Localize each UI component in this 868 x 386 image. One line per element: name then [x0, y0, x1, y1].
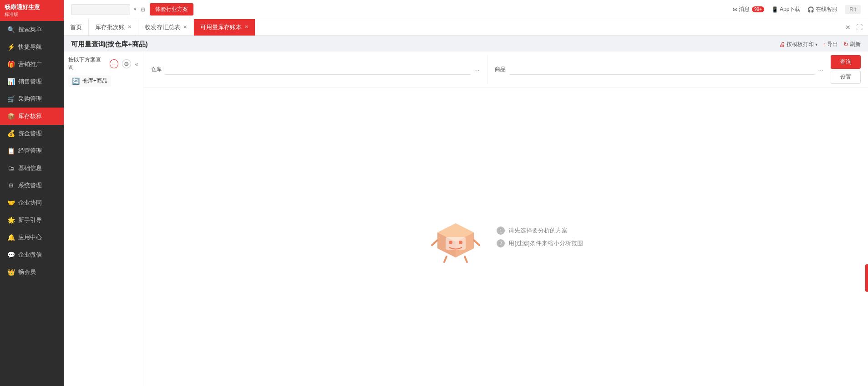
sidebar-scroll: 🔍 搜索菜单 ⚡ 快捷导航 🎁 营销推广 📊 销售管理 🛒 采购管理 📦 库存核…	[0, 21, 64, 386]
sidebar-item-apps[interactable]: 🔔 应用中心	[0, 229, 64, 246]
topbar: ▾ ⚙ 体验行业方案 ✉ 消息 99+ 📱 App下载 🎧 在线客服 Rit	[64, 0, 868, 19]
tab-label: 可用量库存账本	[200, 23, 242, 31]
warehouse-more-icon[interactable]: ···	[474, 66, 480, 73]
svg-line-10	[474, 240, 479, 245]
tab-expand-icon[interactable]: ⛶	[854, 22, 864, 33]
export-action[interactable]: ↑ 导出	[823, 41, 838, 48]
sidebar-item-marketing[interactable]: 🎁 营销推广	[0, 56, 64, 73]
collapse-arrow-icon[interactable]: «	[135, 60, 138, 67]
print-template-label: 按模板打印	[787, 41, 814, 48]
topbar-search-input[interactable]	[71, 4, 130, 15]
lightning-icon: ⚡	[7, 43, 15, 51]
phone-icon: 📱	[772, 6, 778, 13]
scheme-settings-button[interactable]: ⚙	[122, 59, 131, 68]
sidebar-item-finance[interactable]: 💰 资金管理	[0, 125, 64, 142]
tabs-bar: 首页 库存批次账 ✕ 收发存汇总表 ✕ 可用量库存账本 ✕ ✕ ⛶	[64, 19, 868, 36]
product-input[interactable]	[509, 64, 815, 75]
sidebar-item-label: 应用中心	[18, 233, 42, 242]
topbar-left: ▾ ⚙ 体验行业方案	[71, 3, 193, 15]
message-icon: ✉	[733, 6, 737, 13]
export-icon: ↑	[823, 41, 826, 48]
content-area: 按以下方案查询 + ⚙ « 🔄 仓库+商品 仓库 ···	[64, 51, 868, 386]
app-download-label: App下载	[780, 5, 800, 13]
sidebar-item-label: 营销推广	[18, 60, 42, 68]
sidebar-item-search[interactable]: 🔍 搜索菜单	[0, 21, 64, 38]
refresh-action[interactable]: ↻ 刷新	[843, 41, 861, 48]
print-dropdown-icon[interactable]: ▾	[815, 42, 817, 47]
sidebar-item-purchase[interactable]: 🛒 采购管理	[0, 90, 64, 108]
settings-button[interactable]: 设置	[831, 71, 861, 84]
right-panel: 仓库 ··· 商品 ··· 查询 设置	[143, 51, 868, 386]
print-template-action[interactable]: 🖨 按模板打印 ▾	[779, 41, 817, 48]
sidebar-item-newbie[interactable]: 🌟 新手引导	[0, 211, 64, 229]
sidebar-item-operation[interactable]: 📋 经营管理	[0, 142, 64, 160]
page-content: 可用量查询(按仓库+商品) 🖨 按模板打印 ▾ ↑ 导出 ↻ 刷新	[64, 36, 868, 386]
folder-icon: 🗂	[7, 165, 15, 172]
tabs-right: ✕ ⛶	[843, 22, 868, 33]
sidebar-item-member[interactable]: 👑 畅会员	[0, 263, 64, 281]
online-service-item[interactable]: 🎧 在线客服	[807, 5, 838, 13]
tab-label: 收发存汇总表	[145, 23, 180, 31]
sidebar-item-basic[interactable]: 🗂 基础信息	[0, 160, 64, 177]
sidebar-logo: 畅康通好生意 标准版	[0, 0, 64, 21]
cart-icon: 🛒	[7, 95, 15, 103]
user-avatar[interactable]: Rit	[845, 5, 861, 14]
sidebar-item-label: 系统管理	[18, 181, 42, 190]
app-version: 标准版	[5, 11, 59, 17]
main-area: ▾ ⚙ 体验行业方案 ✉ 消息 99+ 📱 App下载 🎧 在线客服 Rit 首…	[64, 0, 868, 386]
sidebar-item-inventory[interactable]: 📦 库存核算	[0, 108, 64, 125]
tab-inventory-batch[interactable]: 库存批次账 ✕	[89, 19, 138, 36]
scheme-item-label: 仓库+商品	[82, 77, 107, 85]
sidebar: 畅康通好生意 标准版 🔍 搜索菜单 ⚡ 快捷导航 🎁 营销推广 📊 销售管理 🛒…	[0, 0, 64, 386]
box-icon: 📦	[7, 113, 15, 120]
svg-line-8	[465, 257, 467, 262]
dropdown-icon[interactable]: ▾	[134, 6, 137, 12]
message-item[interactable]: ✉ 消息 99+	[733, 5, 764, 13]
scheme-item-warehouse-product[interactable]: 🔄 仓库+商品	[68, 75, 111, 87]
query-scheme-header-label: 按以下方案查询	[68, 56, 106, 72]
tab-label: 库存批次账	[95, 23, 125, 31]
headset-icon: 🎧	[807, 6, 814, 13]
search-icon: 🔍	[7, 26, 15, 33]
star-icon: 🌟	[7, 216, 15, 224]
sidebar-item-corp[interactable]: 🤝 企业协同	[0, 194, 64, 211]
sidebar-item-label: 经营管理	[18, 147, 42, 155]
sidebar-item-shortcut[interactable]: ⚡ 快捷导航	[0, 38, 64, 56]
tab-close-icon[interactable]: ✕	[183, 24, 187, 30]
experience-industry-button[interactable]: 体验行业方案	[150, 3, 193, 15]
add-scheme-button[interactable]: +	[110, 59, 119, 68]
tab-receive-summary[interactable]: 收发存汇总表 ✕	[138, 19, 194, 36]
query-panel-header: 按以下方案查询 + ⚙ «	[64, 56, 143, 72]
app-download-item[interactable]: 📱 App下载	[772, 5, 800, 13]
sidebar-item-label: 快捷导航	[18, 43, 42, 51]
message-label: 消息	[739, 5, 750, 13]
tab-available-ledger[interactable]: 可用量库存账本 ✕	[194, 19, 255, 36]
tab-close-icon[interactable]: ✕	[127, 24, 132, 30]
tab-close-icon[interactable]: ✕	[244, 24, 249, 30]
topbar-right: ✉ 消息 99+ 📱 App下载 🎧 在线客服 Rit	[733, 5, 861, 14]
empty-state: 1 请先选择要分析的方案 2 用[过滤]条件来缩小分析范围	[143, 88, 868, 386]
page-header-actions: 🖨 按模板打印 ▾ ↑ 导出 ↻ 刷新	[779, 41, 861, 48]
sidebar-item-sales[interactable]: 📊 销售管理	[0, 73, 64, 90]
sidebar-item-label: 企业协同	[18, 199, 42, 207]
sidebar-item-label: 销售管理	[18, 77, 42, 86]
clipboard-icon: 📋	[7, 147, 15, 154]
product-more-icon[interactable]: ···	[818, 66, 823, 73]
sidebar-item-label: 采购管理	[18, 95, 42, 103]
chat-icon: 💬	[7, 251, 15, 258]
topbar-gear-icon[interactable]: ⚙	[140, 6, 146, 13]
empty-tips: 1 请先选择要分析的方案 2 用[过滤]条件来缩小分析范围	[497, 226, 583, 247]
crown-icon: 👑	[7, 268, 15, 276]
empty-tip-2: 2 用[过滤]条件来缩小分析范围	[497, 239, 583, 247]
sidebar-item-system[interactable]: ⚙ 系统管理	[0, 177, 64, 194]
tab-home[interactable]: 首页	[64, 19, 89, 36]
page-header: 可用量查询(按仓库+商品) 🖨 按模板打印 ▾ ↑ 导出 ↻ 刷新	[64, 36, 868, 51]
warehouse-input[interactable]	[165, 64, 471, 75]
tab-close-main-icon[interactable]: ✕	[843, 22, 853, 33]
print-icon: 🖨	[779, 41, 785, 48]
sidebar-item-wechat[interactable]: 💬 企业微信	[0, 246, 64, 263]
tip-2-text: 用[过滤]条件来缩小分析范围	[508, 239, 583, 247]
sidebar-item-label: 畅会员	[18, 268, 36, 276]
chart-icon: 📊	[7, 78, 15, 85]
query-button[interactable]: 查询	[831, 55, 861, 69]
